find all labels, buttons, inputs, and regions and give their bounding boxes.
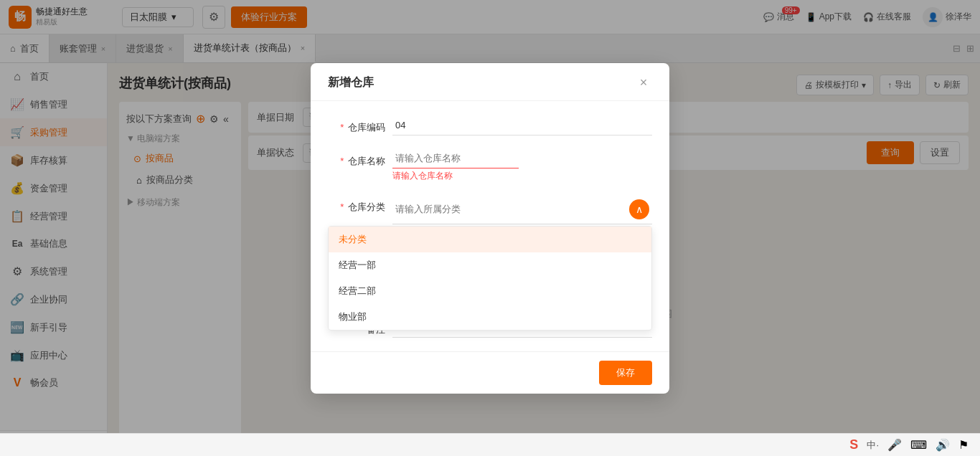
dropdown-option-1[interactable]: 经营一部 xyxy=(329,252,651,278)
name-form-row: * 仓库名称 请输入仓库名称 xyxy=(328,148,652,182)
category-dropdown-trigger[interactable]: ∧ xyxy=(392,195,652,224)
category-input-wrap: ∧ 未分类 经营一部 经营二部 物业部 xyxy=(392,195,652,224)
category-dropdown-list: 未分类 经营一部 经营二部 物业部 xyxy=(328,226,652,331)
name-error-msg: 请输入仓库名称 xyxy=(392,171,453,181)
dropdown-option-0[interactable]: 未分类 xyxy=(329,227,651,252)
modal-body: * 仓库编码 * 仓库名称 请输入仓库名称 xyxy=(311,101,669,338)
modal-close-button[interactable]: × xyxy=(635,75,652,92)
modal-footer: 保存 xyxy=(311,351,669,394)
save-button[interactable]: 保存 xyxy=(599,361,652,385)
modal-header: 新增仓库 × xyxy=(311,63,669,101)
dropdown-option-2[interactable]: 经营二部 xyxy=(329,278,651,304)
status-icon-zh: 中· xyxy=(867,439,879,452)
status-icon-speaker[interactable]: 🔊 xyxy=(936,438,950,452)
name-input[interactable] xyxy=(392,148,519,168)
dropdown-arrow-icon[interactable]: ∧ xyxy=(629,199,649,219)
category-label: * 仓库分类 xyxy=(328,195,392,214)
status-icon-kb[interactable]: ⌨ xyxy=(910,438,927,452)
new-warehouse-modal: 新增仓库 × * 仓库编码 * 仓库名称 xyxy=(311,63,669,394)
code-input[interactable] xyxy=(392,115,652,136)
dropdown-option-3[interactable]: 物业部 xyxy=(329,304,651,330)
name-label: * 仓库名称 xyxy=(328,149,392,168)
status-icon-flag[interactable]: ⚑ xyxy=(958,438,969,452)
status-icon-mic[interactable]: 🎤 xyxy=(887,438,902,452)
category-input[interactable] xyxy=(395,204,629,214)
code-label: * 仓库编码 xyxy=(328,115,392,134)
status-icon-s: S xyxy=(849,437,858,452)
status-bar: S 中· 🎤 ⌨ 🔊 ⚑ xyxy=(0,433,980,456)
category-form-row: * 仓库分类 ∧ 未分类 经营一部 经营二部 物业部 xyxy=(328,195,652,224)
modal-overlay: 新增仓库 × * 仓库编码 * 仓库名称 xyxy=(0,0,980,456)
code-form-row: * 仓库编码 xyxy=(328,115,652,136)
modal-title: 新增仓库 xyxy=(328,75,374,90)
